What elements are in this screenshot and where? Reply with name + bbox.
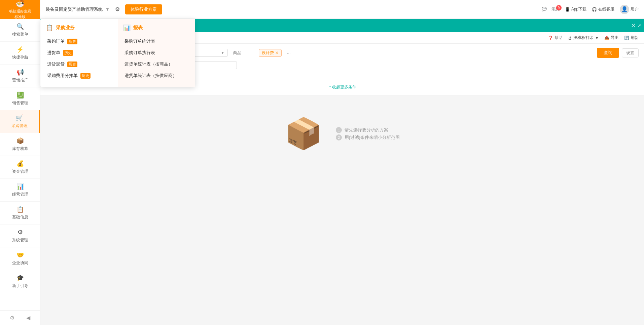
print-dropdown-icon: ▼ [595,36,599,40]
sidebar-item-inventory[interactable]: 📦 库存核算 [0,133,40,156]
tab-bar-expand-icon[interactable]: ⤢ [637,23,641,28]
goods-more-dots[interactable]: ··· [287,50,291,55]
hint-text-1: 请先选择要分析的方案 [345,127,388,133]
return-goods-label: 进货退货 [47,61,65,67]
goods-tag-text: 设计费 [262,50,274,56]
export-label: 导出 [611,35,619,41]
dropdown-item-incoming[interactable]: 进货单 历史 [46,47,112,58]
sidebar-item-label-purchase: 采购管理 [11,123,28,129]
avatar: 👤 [620,5,629,14]
action-area: 查询 设置 [597,48,639,58]
header: 装备及固定资产辅助管理系统 ▼ ⚙ 体验行业方案 💬 9 消息 📱 App下载 … [40,0,644,19]
system-name-text: 装备及固定资产辅助管理系统 [46,6,103,12]
sidebar-item-search[interactable]: 🔍 搜索菜单 [0,19,40,42]
dropdown-col-title-reports-label: 报表 [133,25,143,31]
query-button[interactable]: 查询 [597,48,619,58]
system-dropdown-arrow[interactable]: ▼ [105,7,110,12]
user-profile-btn[interactable]: 👤 用户 [620,5,639,14]
sidebar-item-label-guide: 新手引导 [12,283,28,289]
bill-status-arrow: ▼ [221,50,225,55]
sidebar-item-marketing[interactable]: 📢 营销推广 [0,65,40,87]
refresh-btn[interactable]: 🔄 刷新 [624,35,639,41]
sidebar-item-basic-info[interactable]: 📋 基础信息 [0,202,40,225]
message-btn[interactable]: 💬 9 消息 [542,6,559,12]
sidebar-item-label-sales: 销售管理 [12,100,28,106]
phone-icon: 📱 [565,7,570,12]
settings-bottom-icon[interactable]: ⚙ [10,315,14,321]
dropdown-item-purchase-order[interactable]: 采购订单 历史 [46,36,112,47]
incoming-history-tag: 历史 [63,50,73,56]
sidebar-item-label-search: 搜索菜单 [12,32,28,37]
collapse-more-conditions-btn[interactable]: ⌃ 收起更多条件 [323,83,362,91]
enterprise-icon: 🤝 [16,251,24,259]
goods-tag-close-icon[interactable]: ✕ [275,50,279,55]
sidebar-item-label-finance: 资金管理 [12,169,28,174]
sidebar-item-finance[interactable]: 💰 资金管理 [0,156,40,179]
tab-bar-close-icon[interactable]: ✕ [631,22,636,29]
help-btn[interactable]: ❓ 帮助 [548,35,563,41]
empty-hint-2: 2 用[过滤]条件来缩小分析范围 [336,134,399,140]
sidebar-item-sales[interactable]: 💹 销售管理 [0,87,40,110]
reports-icon: 📊 [123,24,131,32]
user-label: 用户 [631,6,639,12]
hint-number-1: 1 [336,127,342,133]
hint-text-2: 用[过滤]条件来缩小分析范围 [345,134,399,140]
purchase-icon: 🛒 [16,114,23,122]
sidebar-item-purchase[interactable]: 🛒 采购管理 [0,110,40,133]
incoming-stat-goods-label: 进货单统计表（按商品） [124,61,173,67]
purchase-expense-history-tag: 历史 [80,73,91,79]
sidebar-item-quick-nav[interactable]: ⚡ 快捷导航 [0,42,40,65]
sidebar: 🍜 畅捷通好生意 标准版 🔍 搜索菜单 ⚡ 快捷导航 📢 营销推广 💹 销售管理… [0,0,40,325]
sidebar-item-label-system: 系统管理 [12,237,28,243]
dropdown-item-purchase-order-exec[interactable]: 采购订单执行表 [123,47,190,58]
export-icon: 📤 [604,36,609,40]
dropdown-col-purchase-business: 📋 采购业务 采购订单 历史 进货单 历史 进货退货 历史 采购费用分摊单 历史 [40,19,118,87]
sidebar-bottom: ⚙ ◀ [0,310,40,325]
goods-label: 商品 [233,50,253,56]
online-service-label: 在线客服 [598,6,614,12]
dropdown-item-purchase-order-stat[interactable]: 采购订单统计表 [123,36,190,47]
sidebar-item-operations[interactable]: 📊 经营管理 [0,179,40,202]
app-download-label: App下载 [571,6,586,12]
export-btn[interactable]: 📤 导出 [604,35,619,41]
dropdown-item-purchase-expense[interactable]: 采购费用分摊单 历史 [46,70,112,81]
purchase-expense-label: 采购费用分摊单 [47,73,78,79]
dropdown-item-incoming-stat-supplier[interactable]: 进货单统计表（按供应商） [123,70,190,81]
purchase-dropdown-menu: 📋 采购业务 采购订单 历史 进货单 历史 进货退货 历史 采购费用分摊单 历史… [40,19,195,87]
industry-plan-button[interactable]: 体验行业方案 [125,4,162,14]
collapse-sidebar-btn[interactable]: ◀ [26,315,30,321]
purchase-order-label: 采购订单 [47,38,65,44]
sidebar-item-label-quick-nav: 快捷导航 [12,54,28,60]
sidebar-item-system[interactable]: ⚙ 系统管理 [0,225,40,247]
sidebar-item-enterprise[interactable]: 🤝 企业协同 [0,247,40,270]
dropdown-item-incoming-stat-goods[interactable]: 进货单统计表（按商品） [123,58,190,70]
sidebar-item-guide[interactable]: 🎓 新手引导 [0,270,40,293]
guide-icon: 🎓 [16,274,24,282]
print-btn[interactable]: 🖨 按模板打印 ▼ [568,35,599,41]
message-icon: 💬 [542,7,547,11]
dropdown-col-title-reports: 📊 报表 [123,24,190,32]
headset-icon: 🎧 [592,7,597,12]
collapse-label: 收起更多条件 [332,84,356,90]
logo-icon: 🍜 [15,0,25,8]
sidebar-item-label-enterprise: 企业协同 [12,260,28,266]
sidebar-item-label-operations: 经营管理 [12,192,28,197]
operations-icon: 📊 [16,183,24,190]
help-label: 帮助 [554,35,563,41]
dropdown-col-reports: 📊 报表 采购订单统计表 采购订单执行表 进货单统计表（按商品） 进货单统计表（… [118,19,195,87]
return-goods-history-tag: 历史 [67,62,77,67]
app-download-btn[interactable]: 📱 App下载 [565,6,586,12]
dropdown-col-title-purchase-label: 采购业务 [56,25,75,31]
sidebar-item-label-marketing: 营销推广 [12,77,28,83]
setting-button[interactable]: 设置 [622,48,639,57]
online-service-btn[interactable]: 🎧 在线客服 [592,6,614,12]
sidebar-logo[interactable]: 🍜 畅捷通好生意 标准版 [0,0,40,19]
empty-hint-1: 1 请先选择要分析的方案 [336,127,399,133]
system-icon: ⚙ [17,229,23,236]
basic-info-icon: 📋 [16,206,24,213]
message-badge: 9 [556,5,562,10]
refresh-label: 刷新 [631,35,639,41]
header-gear-icon[interactable]: ⚙ [115,6,120,12]
dropdown-item-return-goods[interactable]: 进货退货 历史 [46,58,112,70]
empty-state-container: 📦 1 请先选择要分析的方案 2 用[过滤]条件来缩小分析范围 [40,96,644,171]
